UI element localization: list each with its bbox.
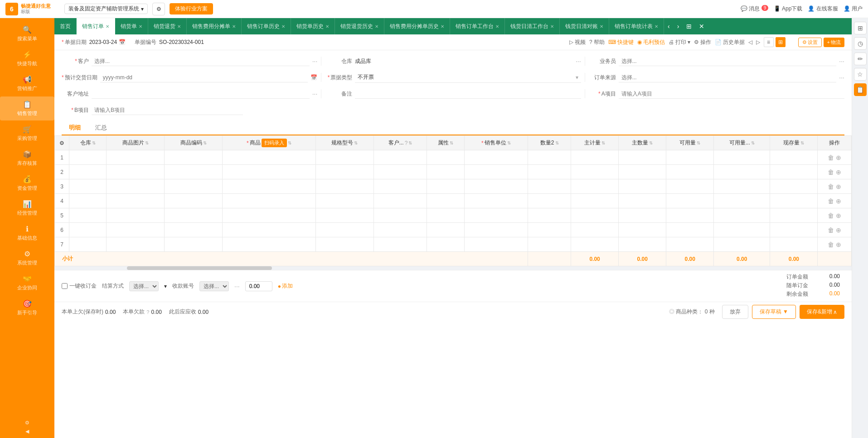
tab-close-icon[interactable]: ✕ [325,24,329,29]
online-service-link[interactable]: 👤 在线客服 [808,5,838,13]
app-download-link[interactable]: 📱 App下载 [774,5,802,13]
tab-close-icon[interactable]: ✕ [655,24,658,29]
tab-daily-workbench[interactable]: 钱货日清工作台 ✕ [505,18,560,34]
row-copy-btn[interactable]: ⊕ [836,226,841,234]
sidebar-item-shortcut[interactable]: ⚡ 快捷导航 [0,47,54,71]
operation-btn[interactable]: ⚙ 操作 [694,39,711,46]
tab-home[interactable]: 首页 [54,18,77,34]
save-draft-button[interactable]: 保存草稿 ▼ [752,305,796,319]
a-project-input[interactable] [619,89,844,99]
tab-close-icon[interactable]: ✕ [281,24,285,29]
sidebar-item-purchase[interactable]: 🛒 采购管理 [0,121,54,145]
row-copy-btn[interactable]: ⊕ [836,183,841,190]
delivery-cal-icon[interactable]: 📅 [310,74,317,81]
one-click-checkbox[interactable] [62,283,68,289]
tab-nav-expand[interactable]: ⊞ [683,23,695,30]
address-input[interactable] [92,89,310,99]
row-copy-btn[interactable]: ⊕ [836,197,841,205]
tab-sales-order-history[interactable]: 销售订单历史 ✕ [242,18,291,34]
row-copy-btn[interactable]: ⊕ [836,168,841,176]
right-panel-edit-btn[interactable]: ✏ [854,53,867,65]
nav-prev-btn[interactable]: ◁ [748,39,752,45]
th-settings[interactable]: ⚙ [55,136,69,150]
message-icon[interactable]: 💬 消息 9 [741,5,768,13]
tab-close-icon[interactable]: ✕ [375,24,378,29]
settings-action-btn[interactable]: ⚙设置 [798,38,822,47]
tab-close-icon[interactable]: ✕ [139,24,142,29]
warehouse-more-icon[interactable]: ··· [576,58,581,65]
row-delete-btn[interactable]: 🗑 [828,154,834,161]
tab-close-all[interactable]: ✕ [695,23,708,30]
row-delete-btn[interactable]: 🗑 [828,183,834,190]
tab-close-icon[interactable]: ✕ [550,24,554,29]
solution-button[interactable]: 体验行业方案 [170,3,213,14]
profit-btn[interactable]: ◉ 毛利预估 [637,39,665,46]
address-more-icon[interactable]: ··· [312,90,318,97]
scrollbar-thumb[interactable] [127,266,272,270]
calendar-icon[interactable]: 📅 [119,39,126,45]
right-panel-clipboard-btn[interactable]: 📋 [854,83,867,96]
right-panel-clock-btn[interactable]: ◷ [854,37,867,50]
tab-close-icon[interactable]: ✕ [106,24,109,29]
tab-sales-return[interactable]: 销货退货 ✕ [148,18,187,34]
account-select[interactable]: 选择... [199,281,229,291]
tab-nav-next[interactable]: › [674,23,683,30]
tab-sales-invoice-history[interactable]: 销货单历史 ✕ [291,18,335,34]
account-more-icon[interactable]: ··· [234,283,240,290]
shortcut-btn[interactable]: ⌨ 快捷键 [608,39,634,46]
tab-sales-workbench[interactable]: 销售订单工作台 ✕ [450,18,505,34]
sidebar-item-system[interactable]: ⚙ 系统管理 [0,246,54,270]
print-btn[interactable]: 🖨 打印 ▾ [669,39,690,46]
tab-sales-order[interactable]: 销售订单 ✕ [77,18,115,34]
row-copy-btn[interactable]: ⊕ [836,212,841,219]
tab-sales-invoice[interactable]: 销货单 ✕ [115,18,148,34]
sidebar-item-inventory[interactable]: 📦 库存核算 [0,146,54,170]
settings-icon-button[interactable]: ⚙ [152,3,165,15]
right-panel-grid-btn[interactable]: ⊞ [854,22,867,34]
help-btn[interactable]: ? 帮助 [589,39,605,46]
row-delete-btn[interactable]: 🗑 [828,168,834,176]
list-view-btn[interactable]: ≡ [764,37,774,47]
order-source-input[interactable] [619,73,837,82]
b-project-input[interactable] [92,106,243,115]
right-panel-star-btn[interactable]: ☆ [854,68,867,81]
tab-sales-expense-history[interactable]: 销售费用分摊单历史 ✕ [384,18,450,34]
tab-close-icon[interactable]: ✕ [177,24,181,29]
amount-input[interactable] [245,281,272,291]
history-btn[interactable]: 📄 历史单据 [715,39,745,46]
order-source-more-icon[interactable]: ··· [839,74,844,81]
add-item-btn[interactable]: +物流 [824,38,844,47]
sidebar-item-operations[interactable]: 📊 经营管理 [0,196,54,220]
view-video-btn[interactable]: ▷ 视频 [569,39,586,46]
tab-sales-expense[interactable]: 销售费用分摊单 ✕ [187,18,242,34]
horizontal-scrollbar[interactable] [54,266,852,270]
tab-close-icon[interactable]: ✕ [495,24,499,29]
discard-button[interactable]: 放弃 [722,305,748,319]
sidebar-item-finance[interactable]: 💰 资金管理 [0,171,54,195]
sidebar-item-marketing[interactable]: 📢 营销推广 [0,72,54,96]
tab-daily-reconcile[interactable]: 钱货日清对账 ✕ [560,18,609,34]
scan-btn[interactable]: 扫码录入 [262,139,287,147]
sidebar-item-search[interactable]: 🔍 搜索菜单 [0,22,54,46]
customer-more-icon[interactable]: ··· [312,58,318,65]
tab-close-icon[interactable]: ✕ [441,24,444,29]
tab-close-icon[interactable]: ✕ [232,24,236,29]
row-copy-btn[interactable]: ⊕ [836,241,841,248]
sidebar-item-basics[interactable]: ℹ 基础信息 [0,221,54,245]
user-avatar[interactable]: 👤 用户 [844,5,863,13]
customer-input[interactable] [92,57,310,66]
sidebar-settings-btn[interactable]: ⚙ [25,420,29,426]
tab-close-icon[interactable]: ✕ [600,24,603,29]
row-delete-btn[interactable]: 🗑 [828,226,834,234]
sidebar-item-collaboration[interactable]: 🤝 企业协同 [0,271,54,295]
grid-view-btn[interactable]: ⊞ [776,37,786,47]
one-click-payment-checkbox[interactable]: 一键收订金 [62,282,97,290]
remark-input[interactable] [355,89,581,99]
row-delete-btn[interactable]: 🗑 [828,241,834,248]
row-delete-btn[interactable]: 🗑 [828,212,834,219]
staff-more-icon[interactable]: ··· [839,58,844,65]
invoice-select[interactable]: 不开票 ▾ [355,72,581,83]
system-selector[interactable]: 装备及固定资产辅助管理系统 ▾ [64,4,148,14]
tab-sales-return-history[interactable]: 销货退货历史 ✕ [335,18,384,34]
tab-nav-prev[interactable]: ‹ [664,23,674,30]
